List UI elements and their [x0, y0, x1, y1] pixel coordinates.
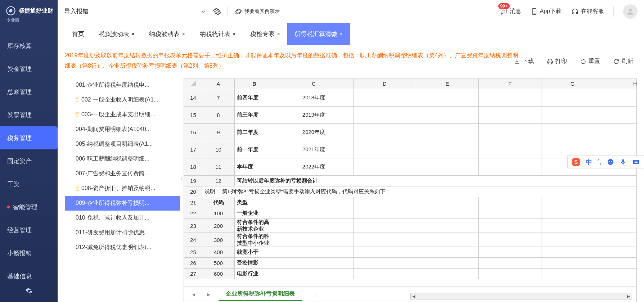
- cell[interactable]: [353, 89, 416, 107]
- nav-item-0[interactable]: 库存核算: [0, 34, 58, 57]
- col-header-E[interactable]: E: [416, 78, 479, 89]
- cell[interactable]: [604, 208, 637, 219]
- cell[interactable]: [479, 208, 541, 219]
- tab-4[interactable]: 税检专家×: [243, 23, 287, 45]
- cell[interactable]: [416, 258, 479, 269]
- form-list-item-5[interactable]: 006-职工薪酬纳税调整明细...: [65, 152, 180, 166]
- cell[interactable]: 前一年度: [235, 141, 274, 158]
- cell[interactable]: [604, 197, 637, 208]
- sheet-menu-icon[interactable]: ⋮: [314, 292, 319, 297]
- cell[interactable]: 2019年度: [274, 107, 353, 124]
- cell[interactable]: [479, 158, 541, 176]
- cell[interactable]: [353, 208, 416, 219]
- cell[interactable]: [541, 258, 604, 269]
- cell[interactable]: 可结转以后年度弥补的亏损额合计: [235, 176, 637, 186]
- cell[interactable]: [274, 208, 353, 219]
- form-list-item-0[interactable]: 001-企业所得税年度纳税申...: [65, 78, 180, 93]
- cell[interactable]: 2020年度: [274, 124, 353, 141]
- cell[interactable]: [479, 233, 541, 247]
- form-list-item-4[interactable]: 005-纳税调整项目明细表(A1...: [65, 137, 180, 152]
- cell[interactable]: 一般企业: [235, 208, 274, 219]
- cell[interactable]: [604, 247, 637, 258]
- cell[interactable]: 2018年度: [274, 89, 353, 107]
- form-list-item-11[interactable]: 012-减免所得税优惠明细表(...: [65, 240, 180, 255]
- cell[interactable]: [353, 247, 416, 258]
- tab-0[interactable]: 首页: [65, 23, 91, 45]
- close-icon[interactable]: ×: [131, 31, 135, 37]
- nav-item-9[interactable]: 小畅报销: [0, 242, 58, 265]
- cell[interactable]: [541, 269, 604, 279]
- cell[interactable]: [416, 158, 479, 176]
- tab-3[interactable]: 纳税统计表×: [193, 23, 243, 45]
- cell[interactable]: 电影行业: [235, 269, 274, 279]
- grid-scroll[interactable]: ABCDEFGH 147前四年度2018年度158前三年度2019年度169前二…: [184, 78, 636, 287]
- cell[interactable]: [479, 247, 541, 258]
- cell[interactable]: [274, 219, 353, 233]
- cell[interactable]: 类型: [235, 197, 274, 208]
- nav-item-5[interactable]: 固定资产: [0, 149, 58, 172]
- scroll-right-icon[interactable]: ►: [625, 293, 632, 299]
- cell[interactable]: [604, 124, 637, 141]
- cell[interactable]: 前二年度: [235, 124, 274, 141]
- row-header[interactable]: 27: [184, 269, 202, 279]
- user-avatar[interactable]: [623, 4, 638, 19]
- cell[interactable]: [353, 107, 416, 124]
- col-header-B[interactable]: B: [235, 78, 274, 89]
- row-header[interactable]: 26: [184, 258, 202, 269]
- print-button[interactable]: 打印: [547, 58, 567, 65]
- cell[interactable]: [353, 158, 416, 176]
- cell[interactable]: [479, 219, 541, 233]
- cell[interactable]: [353, 269, 416, 279]
- cell[interactable]: 500: [202, 258, 235, 269]
- cell[interactable]: [416, 219, 479, 233]
- cell[interactable]: [274, 197, 353, 208]
- demo-link[interactable]: 我要看实例演示: [234, 8, 280, 15]
- sheet-tab-active[interactable]: 企业所得税弥补亏损明细表: [219, 288, 302, 301]
- form-list-item-2[interactable]: ⍰003-一般企业成本支出明细...: [65, 107, 180, 122]
- cell[interactable]: [353, 258, 416, 269]
- cell[interactable]: 600: [202, 269, 235, 279]
- cell[interactable]: [416, 208, 479, 219]
- col-header-G[interactable]: G: [541, 78, 604, 89]
- cell[interactable]: 11: [202, 158, 235, 176]
- row-header[interactable]: 23: [184, 219, 202, 233]
- close-icon[interactable]: ×: [233, 31, 236, 37]
- form-list-item-9[interactable]: 010-免税、减计收入及加计...: [65, 211, 180, 225]
- row-header[interactable]: 19: [184, 176, 202, 186]
- row-header[interactable]: 15: [184, 107, 202, 124]
- refresh-button[interactable]: 刷新: [613, 58, 633, 65]
- cell[interactable]: [353, 141, 416, 158]
- cell[interactable]: 代码: [202, 197, 235, 208]
- cell[interactable]: [416, 107, 479, 124]
- cell[interactable]: 说明： 第6列"弥补亏损企业类型"需要手动输入对应代码，代码对应关系如下：: [202, 186, 637, 197]
- cell[interactable]: [541, 219, 604, 233]
- cell[interactable]: 前三年度: [235, 107, 274, 124]
- col-header-D[interactable]: D: [353, 78, 416, 89]
- form-list-item-3[interactable]: 004-期间费用明细表(A1040...: [65, 122, 180, 137]
- cell[interactable]: [353, 219, 416, 233]
- close-icon[interactable]: ×: [339, 31, 343, 37]
- cell[interactable]: [604, 219, 637, 233]
- cell[interactable]: 受疫情影: [235, 258, 274, 269]
- download-button[interactable]: 下载: [514, 58, 534, 65]
- row-header[interactable]: 24: [184, 233, 202, 247]
- row-header[interactable]: 14: [184, 89, 202, 107]
- nav-item-3[interactable]: 发票管理: [0, 103, 58, 126]
- row-header[interactable]: 18: [184, 158, 202, 176]
- cell[interactable]: [353, 233, 416, 247]
- tab-2[interactable]: 纳税波动表×: [142, 23, 192, 45]
- cell[interactable]: [479, 258, 541, 269]
- cell[interactable]: [541, 247, 604, 258]
- nav-item-2[interactable]: 总账管理: [0, 80, 58, 103]
- cell[interactable]: [604, 107, 637, 124]
- ime-mic-icon[interactable]: [620, 158, 627, 166]
- cell[interactable]: 10: [202, 141, 235, 158]
- sheet-next-icon[interactable]: ►: [203, 291, 214, 298]
- row-header[interactable]: 20: [184, 186, 202, 197]
- cell[interactable]: [479, 89, 541, 107]
- cell[interactable]: [541, 124, 604, 141]
- cell[interactable]: 2022年度: [274, 158, 353, 176]
- cell[interactable]: [416, 247, 479, 258]
- horizontal-scrollbar[interactable]: ◄ ►: [410, 293, 632, 299]
- row-header[interactable]: 22: [184, 208, 202, 219]
